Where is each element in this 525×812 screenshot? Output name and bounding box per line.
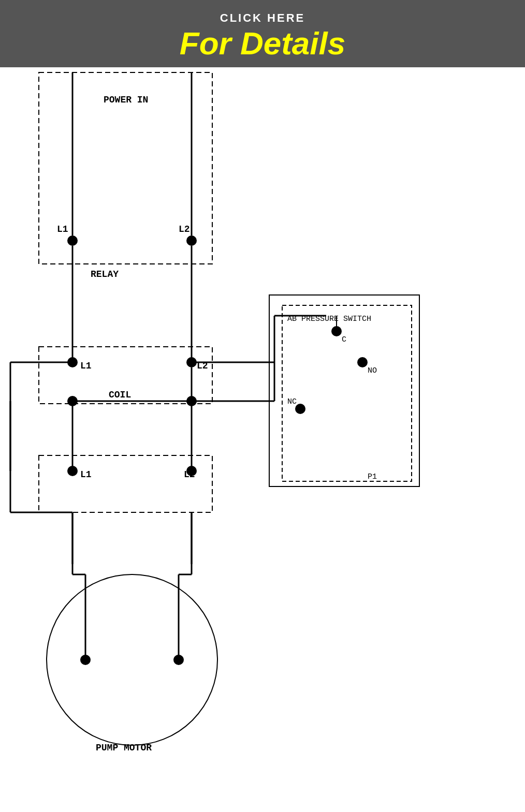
l1-top-dot	[67, 235, 78, 246]
l1-bot-dot	[67, 466, 78, 476]
relay-label: RELAY	[91, 269, 119, 279]
diagram-area: POWER IN L1 L2 RELAY L1 L2	[0, 67, 525, 812]
power-in-label: POWER IN	[104, 95, 148, 105]
pump-motor-label: PUMP MOTOR	[96, 743, 152, 753]
l1-top-label: L1	[57, 224, 68, 234]
header-bar[interactable]: CLICK HERE For Details	[0, 0, 525, 67]
l2-top-label: L2	[179, 224, 190, 234]
p1-label: P1	[368, 473, 377, 481]
wiring-diagram: POWER IN L1 L2 RELAY L1 L2	[0, 67, 525, 812]
coil-label: COIL	[109, 390, 131, 400]
pressure-switch-label: AB PRESSURE SWITCH	[287, 315, 371, 323]
nc-label: NC	[287, 397, 297, 406]
l2-top-dot	[186, 235, 197, 246]
c-label: C	[342, 335, 346, 344]
pump-motor-circle	[47, 574, 217, 745]
no-dot	[357, 357, 368, 367]
l1-mid-label: L1	[80, 361, 92, 371]
no-label: NO	[368, 366, 377, 375]
svg-rect-15	[39, 455, 212, 512]
svg-rect-22	[269, 295, 419, 486]
l2-bot-dot	[186, 466, 197, 476]
click-here-text: CLICK HERE	[220, 11, 305, 25]
l1-bot-label: L1	[80, 469, 92, 480]
svg-rect-23	[282, 305, 412, 481]
for-details-text: For Details	[180, 25, 345, 62]
